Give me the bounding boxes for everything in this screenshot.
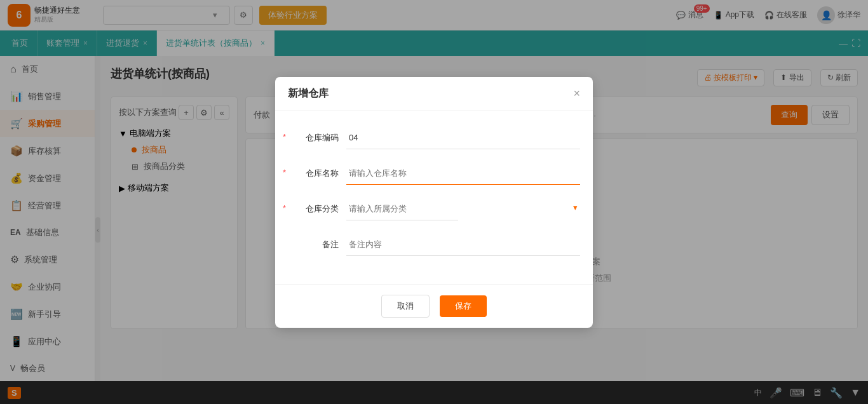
- code-label: 仓库编码: [288, 132, 339, 144]
- modal-title: 新增仓库: [288, 87, 329, 100]
- modal-new-warehouse: 新增仓库 × 仓库编码 仓库名称 仓库分类 ▾: [275, 77, 593, 328]
- note-input[interactable]: [346, 233, 580, 256]
- category-select-wrap: ▾: [346, 198, 580, 220]
- form-row-code: 仓库编码: [288, 126, 580, 149]
- form-row-note: 备注: [288, 233, 580, 256]
- name-label: 仓库名称: [288, 168, 339, 179]
- modal-overlay: 新增仓库 × 仓库编码 仓库名称 仓库分类 ▾: [0, 0, 868, 404]
- modal-header: 新增仓库 ×: [275, 77, 593, 111]
- form-row-category: 仓库分类 ▾: [288, 198, 580, 220]
- modal-close-button[interactable]: ×: [573, 87, 580, 100]
- category-dropdown-icon[interactable]: ▾: [573, 203, 578, 212]
- modal-footer: 取消 保存: [275, 284, 593, 328]
- note-label: 备注: [288, 239, 339, 250]
- category-input[interactable]: [346, 198, 458, 220]
- save-button[interactable]: 保存: [440, 295, 487, 317]
- cancel-button[interactable]: 取消: [381, 295, 430, 318]
- name-input[interactable]: [346, 162, 580, 185]
- form-row-name: 仓库名称: [288, 162, 580, 185]
- code-input[interactable]: [346, 126, 580, 149]
- category-label: 仓库分类: [288, 203, 339, 215]
- modal-body: 仓库编码 仓库名称 仓库分类 ▾ 备注: [275, 111, 593, 284]
